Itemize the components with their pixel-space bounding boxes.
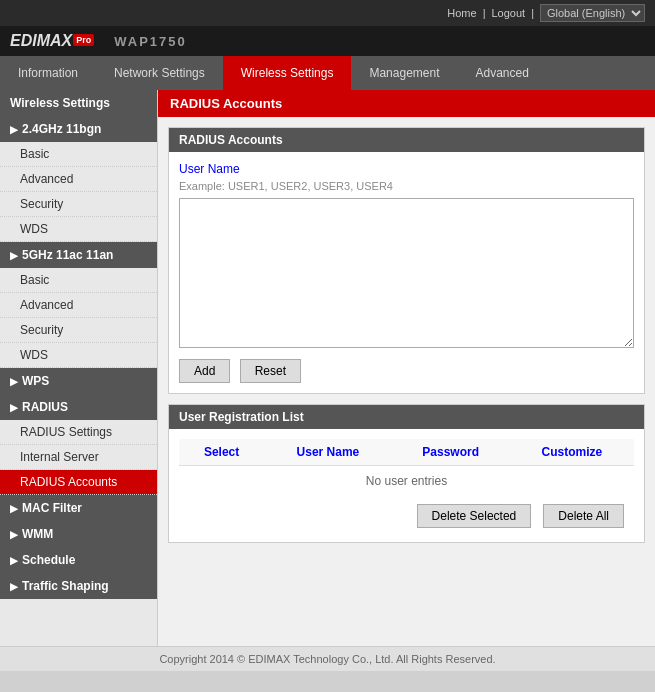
sep2: | (531, 7, 534, 19)
nav-advanced[interactable]: Advanced (457, 56, 546, 90)
sidebar-item-security-2g[interactable]: Security (0, 192, 157, 217)
table-footer: Delete Selected Delete All (179, 496, 634, 532)
table-header-row: Select User Name Password Customize (179, 439, 634, 466)
username-hint: Example: USER1, USER2, USER3, USER4 (179, 180, 634, 192)
top-bar: Home | Logout | Global (English) (0, 0, 655, 26)
logout-link[interactable]: Logout (491, 7, 525, 19)
sidebar-item-basic-2g[interactable]: Basic (0, 142, 157, 167)
arrow-icon-schedule: ▶ (10, 555, 18, 566)
section-schedule-label: Schedule (22, 553, 75, 567)
section-radius-label: RADIUS (22, 400, 68, 414)
user-registration-card: User Registration List Select User Name … (168, 404, 645, 543)
form-buttons: Add Reset (179, 359, 634, 383)
nav-management[interactable]: Management (351, 56, 457, 90)
section-mac-label: MAC Filter (22, 501, 82, 515)
sidebar-item-advanced-2g[interactable]: Advanced (0, 167, 157, 192)
section-2ghz-label: 2.4GHz 11bgn (22, 122, 101, 136)
sidebar-section-wps[interactable]: ▶ WPS (0, 368, 157, 394)
pro-badge: Pro (73, 34, 94, 46)
col-password: Password (392, 439, 510, 466)
nav-network-settings[interactable]: Network Settings (96, 56, 223, 90)
section-traffic-label: Traffic Shaping (22, 579, 109, 593)
arrow-icon: ▶ (10, 124, 18, 135)
footer-text: Copyright 2014 © EDIMAX Technology Co., … (159, 653, 495, 665)
sidebar-item-wds-5g[interactable]: WDS (0, 343, 157, 368)
reset-button[interactable]: Reset (240, 359, 301, 383)
home-link[interactable]: Home (447, 7, 476, 19)
radius-accounts-card-header: RADIUS Accounts (169, 128, 644, 152)
delete-all-button[interactable]: Delete All (543, 504, 624, 528)
sidebar-section-2ghz[interactable]: ▶ 2.4GHz 11bgn (0, 116, 157, 142)
content-area: RADIUS Accounts RADIUS Accounts User Nam… (158, 90, 655, 646)
sidebar-item-radius-accounts[interactable]: RADIUS Accounts (0, 470, 157, 495)
sidebar-section-radius[interactable]: ▶ RADIUS (0, 394, 157, 420)
empty-message: No user entries (179, 466, 634, 497)
page-title: RADIUS Accounts (158, 90, 655, 117)
sep1: | (483, 7, 486, 19)
section-wmm-label: WMM (22, 527, 53, 541)
content-inner: RADIUS Accounts User Name Example: USER1… (158, 117, 655, 563)
main-layout: Wireless Settings ▶ 2.4GHz 11bgn Basic A… (0, 90, 655, 646)
footer: Copyright 2014 © EDIMAX Technology Co., … (0, 646, 655, 671)
nav-bar: Information Network Settings Wireless Se… (0, 56, 655, 90)
col-select: Select (179, 439, 264, 466)
radius-accounts-card-body: User Name Example: USER1, USER2, USER3, … (169, 152, 644, 393)
logo: EDIMAX Pro (10, 32, 94, 50)
col-customize: Customize (510, 439, 634, 466)
table-empty-row: No user entries (179, 466, 634, 497)
arrow-icon-traffic: ▶ (10, 581, 18, 592)
nav-information[interactable]: Information (0, 56, 96, 90)
sidebar-section-mac-filter[interactable]: ▶ MAC Filter (0, 495, 157, 521)
col-username: User Name (264, 439, 391, 466)
add-button[interactable]: Add (179, 359, 230, 383)
arrow-icon-wmm: ▶ (10, 529, 18, 540)
arrow-icon-mac: ▶ (10, 503, 18, 514)
user-registration-card-body: Select User Name Password Customize No u… (169, 429, 644, 542)
logo-bar: EDIMAX Pro WAP1750 (0, 26, 655, 56)
sidebar-title: Wireless Settings (0, 90, 157, 116)
section-5ghz-label: 5GHz 11ac 11an (22, 248, 113, 262)
username-label: User Name (179, 162, 634, 176)
sidebar-item-security-5g[interactable]: Security (0, 318, 157, 343)
user-table: Select User Name Password Customize No u… (179, 439, 634, 496)
device-model: WAP1750 (114, 34, 187, 49)
nav-wireless-settings[interactable]: Wireless Settings (223, 56, 352, 90)
arrow-icon-5g: ▶ (10, 250, 18, 261)
sidebar-item-wds-2g[interactable]: WDS (0, 217, 157, 242)
arrow-icon-radius: ▶ (10, 402, 18, 413)
arrow-icon-wps: ▶ (10, 376, 18, 387)
radius-accounts-card: RADIUS Accounts User Name Example: USER1… (168, 127, 645, 394)
user-registration-card-header: User Registration List (169, 405, 644, 429)
sidebar-section-schedule[interactable]: ▶ Schedule (0, 547, 157, 573)
section-wps-label: WPS (22, 374, 49, 388)
sidebar-item-advanced-5g[interactable]: Advanced (0, 293, 157, 318)
sidebar-item-basic-5g[interactable]: Basic (0, 268, 157, 293)
sidebar-title-text: Wireless Settings (10, 96, 110, 110)
delete-selected-button[interactable]: Delete Selected (417, 504, 532, 528)
sidebar-item-radius-settings[interactable]: RADIUS Settings (0, 420, 157, 445)
sidebar-section-5ghz[interactable]: ▶ 5GHz 11ac 11an (0, 242, 157, 268)
sidebar-section-wmm[interactable]: ▶ WMM (0, 521, 157, 547)
brand-name: EDIMAX (10, 32, 72, 50)
sidebar-item-internal-server[interactable]: Internal Server (0, 445, 157, 470)
language-select[interactable]: Global (English) (540, 4, 645, 22)
sidebar-section-traffic-shaping[interactable]: ▶ Traffic Shaping (0, 573, 157, 599)
username-textarea[interactable] (179, 198, 634, 348)
sidebar: Wireless Settings ▶ 2.4GHz 11bgn Basic A… (0, 90, 158, 646)
